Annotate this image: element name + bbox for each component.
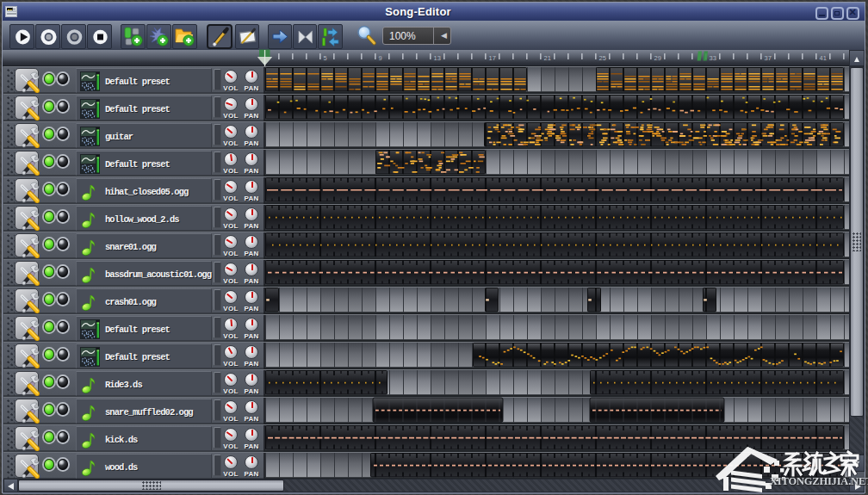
svg-text:5: 5 — [324, 54, 327, 62]
svg-text:9: 9 — [379, 54, 382, 62]
svg-text:25: 25 — [599, 54, 606, 62]
svg-text:37: 37 — [765, 54, 772, 62]
svg-text:21: 21 — [544, 54, 551, 62]
svg-text:29: 29 — [654, 54, 661, 62]
svg-text:13: 13 — [434, 54, 441, 62]
svg-text:17: 17 — [489, 54, 496, 62]
svg-text:33: 33 — [710, 54, 716, 62]
svg-text:41: 41 — [820, 54, 827, 62]
